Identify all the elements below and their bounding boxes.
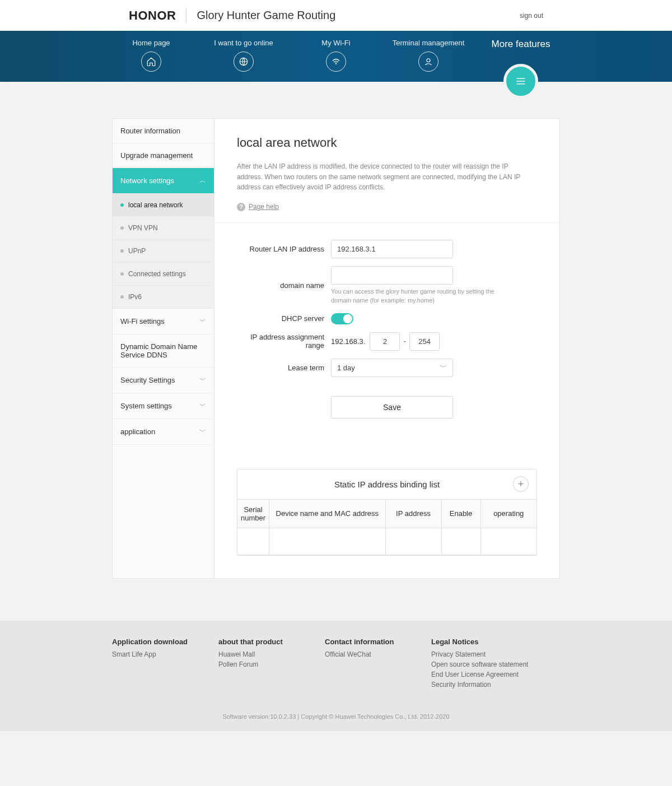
- binding-th-ip: IP address: [385, 499, 441, 528]
- nav-online[interactable]: I want to go online: [204, 39, 283, 72]
- sidebar-item-network[interactable]: Network settings︿: [113, 168, 214, 194]
- home-icon: [141, 52, 161, 72]
- sidebar-sub-connected[interactable]: Connected settings: [113, 263, 214, 286]
- footer-link[interactable]: End User License Agreement: [431, 671, 528, 678]
- footer-link[interactable]: Open source software statement: [431, 661, 528, 668]
- sidebar-sub-vpn[interactable]: VPN VPN: [113, 217, 214, 240]
- dhcp-label: DHCP server: [237, 314, 331, 323]
- footer-link[interactable]: Pollen Forum: [218, 661, 302, 668]
- svg-point-2: [427, 59, 430, 62]
- sidebar-item-application[interactable]: application﹀: [113, 419, 214, 445]
- chevron-down-icon: ﹀: [199, 317, 206, 326]
- footer-link[interactable]: Privacy Statement: [431, 650, 528, 658]
- footer-link[interactable]: Security Information: [431, 681, 528, 689]
- binding-table: Serial number Device name and MAC addres…: [237, 499, 536, 555]
- lan-ip-label: Router LAN IP address: [237, 245, 331, 253]
- domain-label: domain name: [237, 281, 331, 290]
- footer-note: Software version:10.0.2.33 | Copyright ©…: [0, 713, 672, 720]
- nav-more[interactable]: More features: [482, 39, 560, 50]
- add-binding-button[interactable]: +: [513, 476, 529, 492]
- lease-select[interactable]: ﹀: [331, 359, 453, 377]
- sidebar-sub-lan[interactable]: local area network: [113, 194, 214, 217]
- domain-hint: You can access the glory hunter game rou…: [331, 287, 499, 305]
- footer-col-legal: Legal Notices Privacy Statement Open sou…: [431, 638, 528, 691]
- binding-th-serial: Serial number: [237, 499, 269, 528]
- nav-wifi[interactable]: My Wi-Fi: [297, 39, 375, 72]
- chevron-down-icon: ﹀: [199, 427, 206, 436]
- globe-icon: [234, 52, 254, 72]
- binding-th-device: Device name and MAC address: [269, 499, 385, 528]
- sidebar-sub-ipv6[interactable]: IPv6: [113, 286, 214, 309]
- range-start-input[interactable]: [370, 332, 400, 351]
- footer-col-about: about that product Huawei Mall Pollen Fo…: [218, 638, 302, 691]
- range-label: IP address assignment range: [237, 333, 331, 350]
- dhcp-toggle[interactable]: [331, 313, 353, 324]
- domain-input[interactable]: [331, 266, 453, 285]
- binding-title: Static IP address binding list: [334, 480, 440, 489]
- page-help-link[interactable]: ? Page help: [237, 203, 537, 211]
- sidebar-item-router-info[interactable]: Router information: [113, 119, 214, 143]
- menu-icon[interactable]: [503, 64, 538, 99]
- footer-col-download: Application download Smart Life App: [112, 638, 196, 691]
- binding-th-enable: Enable: [441, 499, 480, 528]
- chevron-down-icon: ﹀: [199, 401, 206, 411]
- sidebar-item-ddns[interactable]: Dynamic Domain Name Service DDNS: [113, 334, 214, 368]
- lan-ip-input[interactable]: [331, 240, 453, 258]
- sidebar-sub-upnp[interactable]: UPnP: [113, 240, 214, 263]
- content-area: local area network After the LAN IP addr…: [214, 119, 559, 578]
- binding-th-operating: operating: [480, 499, 536, 528]
- nav-terminal[interactable]: Terminal management: [389, 39, 468, 72]
- content-description: After the LAN IP address is modified, th…: [237, 161, 528, 193]
- brand-logo: HONOR: [129, 8, 186, 23]
- chevron-down-icon: ﹀: [199, 375, 206, 385]
- range-dash: -: [403, 337, 406, 346]
- divider: [214, 222, 559, 223]
- main-container: Router information Upgrade management Ne…: [112, 118, 560, 579]
- save-button[interactable]: Save: [331, 396, 453, 418]
- sidebar-item-security[interactable]: Security Settings﹀: [113, 368, 214, 393]
- range-end-input[interactable]: [409, 332, 440, 351]
- sidebar-item-system[interactable]: System settings﹀: [113, 393, 214, 419]
- lease-label: Lease term: [237, 364, 331, 372]
- binding-box: Static IP address binding list + Serial …: [237, 469, 537, 556]
- footer-link[interactable]: Huawei Mall: [218, 650, 302, 658]
- nav-home[interactable]: Home page: [112, 39, 190, 72]
- user-icon: [418, 52, 438, 72]
- sidebar-submenu: local area network VPN VPN UPnP Connecte…: [113, 194, 214, 309]
- sign-out-link[interactable]: sign out: [520, 12, 543, 20]
- chevron-up-icon: ︿: [199, 176, 206, 185]
- footer-link[interactable]: Official WeChat: [325, 650, 409, 658]
- top-bar: HONOR Glory Hunter Game Routing sign out: [0, 0, 672, 31]
- binding-empty-row: [237, 528, 536, 555]
- range-prefix: 192.168.3.: [331, 337, 365, 346]
- svg-point-1: [335, 64, 337, 65]
- footer-col-contact: Contact information Official WeChat: [325, 638, 409, 691]
- help-icon: ?: [237, 203, 245, 211]
- content-heading: local area network: [237, 136, 537, 150]
- footer-link[interactable]: Smart Life App: [112, 650, 196, 658]
- sidebar-item-wifi[interactable]: Wi-Fi settings﹀: [113, 309, 214, 334]
- sidebar-item-upgrade[interactable]: Upgrade management: [113, 143, 214, 168]
- footer: Application download Smart Life App abou…: [0, 621, 672, 731]
- sidebar: Router information Upgrade management Ne…: [113, 119, 214, 578]
- main-nav: Home page I want to go online My Wi-Fi T…: [0, 31, 672, 82]
- page-title: Glory Hunter Game Routing: [197, 9, 335, 22]
- wifi-icon: [326, 52, 346, 72]
